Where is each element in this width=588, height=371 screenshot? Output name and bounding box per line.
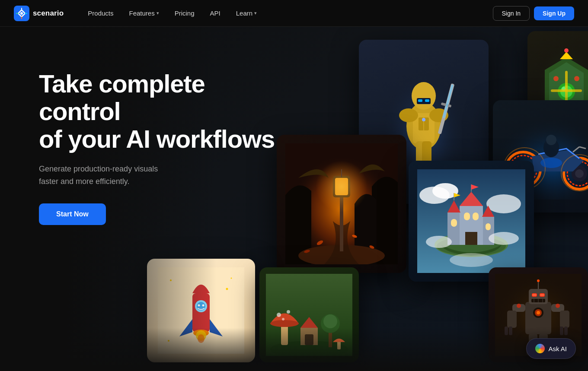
- svg-rect-17: [442, 84, 454, 118]
- svg-rect-77: [486, 223, 491, 230]
- svg-rect-131: [505, 327, 508, 335]
- svg-point-43: [572, 166, 587, 181]
- svg-point-96: [226, 288, 228, 290]
- svg-point-86: [489, 232, 519, 245]
- svg-rect-110: [305, 334, 313, 345]
- signup-button[interactable]: Sign Up: [534, 6, 574, 20]
- hero-subtitle: Generate production-ready visualsfaster …: [39, 163, 290, 188]
- svg-marker-74: [482, 206, 494, 217]
- card-moto: [493, 100, 588, 212]
- svg-point-1: [20, 12, 23, 15]
- svg-rect-13: [418, 99, 422, 102]
- svg-rect-132: [509, 327, 512, 335]
- svg-rect-79: [473, 212, 479, 220]
- svg-rect-18: [416, 141, 425, 165]
- svg-point-40: [518, 164, 528, 174]
- svg-point-104: [270, 320, 299, 327]
- svg-rect-111: [329, 330, 332, 347]
- svg-point-57: [304, 249, 310, 253]
- svg-point-28: [562, 87, 566, 91]
- svg-point-20: [414, 161, 426, 168]
- svg-rect-130: [560, 311, 569, 328]
- svg-point-9: [399, 108, 418, 122]
- svg-rect-36: [499, 113, 588, 200]
- signin-button[interactable]: Sign In: [493, 6, 530, 21]
- svg-rect-80: [465, 232, 477, 245]
- start-now-button[interactable]: Start Now: [39, 203, 106, 225]
- svg-rect-76: [451, 219, 457, 227]
- svg-point-102: [270, 341, 348, 356]
- svg-rect-8: [413, 113, 435, 143]
- svg-point-143: [556, 304, 560, 308]
- svg-point-45: [543, 138, 559, 157]
- nav-products[interactable]: Products: [81, 6, 120, 20]
- svg-point-62: [316, 161, 368, 212]
- svg-marker-73: [447, 200, 460, 212]
- svg-rect-89: [192, 293, 210, 332]
- svg-rect-129: [507, 311, 517, 328]
- svg-point-90: [195, 300, 207, 312]
- svg-point-65: [419, 187, 450, 204]
- svg-marker-84: [471, 184, 479, 190]
- svg-marker-82: [454, 193, 460, 197]
- svg-rect-108: [300, 328, 318, 345]
- svg-point-95: [170, 279, 172, 281]
- svg-point-24: [422, 118, 425, 121]
- svg-point-69: [437, 237, 506, 256]
- svg-point-37: [506, 152, 540, 187]
- svg-rect-123: [531, 299, 545, 302]
- svg-rect-117: [525, 302, 551, 334]
- hero-bottom-overlay: [0, 328, 588, 371]
- svg-point-113: [323, 314, 337, 328]
- svg-rect-118: [529, 289, 548, 304]
- card-castle: [409, 161, 534, 282]
- svg-rect-71: [482, 217, 494, 245]
- svg-point-67: [486, 194, 521, 213]
- svg-point-85: [426, 236, 452, 248]
- svg-point-66: [432, 183, 458, 199]
- svg-point-98: [168, 340, 169, 342]
- svg-rect-22: [419, 117, 429, 130]
- svg-rect-119: [532, 293, 537, 297]
- castle-illustration: [409, 161, 534, 282]
- svg-rect-14: [425, 99, 429, 102]
- ask-ai-label: Ask AI: [548, 345, 567, 352]
- svg-point-68: [435, 233, 508, 257]
- svg-rect-52: [285, 143, 398, 264]
- svg-point-21: [422, 161, 434, 168]
- ask-ai-button[interactable]: Ask AI: [526, 338, 576, 359]
- svg-rect-122: [540, 294, 544, 296]
- svg-point-41: [564, 158, 588, 189]
- nav-api[interactable]: API: [203, 6, 227, 20]
- card-warrior: [359, 40, 489, 204]
- svg-rect-127: [512, 304, 525, 312]
- nav-features[interactable]: Features ▾: [122, 6, 166, 20]
- nav-learn[interactable]: Learn ▾: [229, 6, 264, 20]
- mushroom-illustration: [259, 267, 359, 362]
- svg-point-32: [574, 76, 579, 81]
- logo-text: scenario: [33, 9, 64, 18]
- nav-pricing[interactable]: Pricing: [168, 6, 201, 20]
- logo[interactable]: scenario: [14, 6, 64, 21]
- svg-point-7: [406, 102, 441, 150]
- svg-point-50: [561, 155, 588, 191]
- svg-point-97: [231, 278, 232, 279]
- shield-illustration: [527, 31, 588, 152]
- svg-point-38: [509, 155, 537, 183]
- svg-point-27: [560, 86, 572, 98]
- svg-rect-134: [564, 327, 568, 335]
- ask-ai-icon: [535, 344, 545, 353]
- scenario-logo-icon: [14, 6, 29, 21]
- svg-rect-12: [417, 98, 431, 104]
- forest-illustration: [277, 135, 406, 273]
- svg-point-42: [567, 162, 588, 186]
- svg-line-48: [579, 147, 586, 149]
- card-rocket: [147, 259, 255, 362]
- svg-point-33: [553, 101, 559, 106]
- svg-point-91: [197, 302, 205, 311]
- svg-point-99: [198, 304, 200, 307]
- svg-point-107: [282, 318, 284, 320]
- svg-point-112: [321, 314, 340, 333]
- svg-point-100: [202, 304, 205, 307]
- svg-rect-53: [285, 143, 398, 264]
